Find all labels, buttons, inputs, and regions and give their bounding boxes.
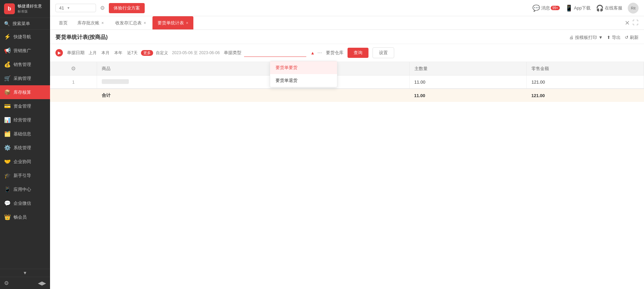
sidebar-item-label: 营销推广 bbox=[14, 48, 31, 54]
sidebar-item-label: 畅会员 bbox=[14, 214, 27, 220]
basic-info-icon: 🗂️ bbox=[4, 131, 11, 137]
sidebar-item-label: 应用中心 bbox=[14, 186, 31, 193]
sidebar-item-label: 系统管理 bbox=[14, 145, 31, 151]
date-custom-btn[interactable]: 自定义 bbox=[156, 50, 168, 56]
tab-close-icon[interactable]: × bbox=[101, 21, 104, 25]
marketing-icon: 📢 bbox=[4, 47, 11, 54]
sidebar-footer: ⚙ ◀▶ bbox=[0, 277, 50, 289]
type-filter-label: 单据类型 bbox=[224, 50, 241, 56]
sidebar-item-label: 销售管理 bbox=[14, 62, 31, 68]
product-name-placeholder bbox=[102, 79, 129, 84]
expand-icon[interactable]: ⛶ bbox=[633, 19, 639, 26]
sidebar-item-sales[interactable]: 💰 销售管理 bbox=[0, 58, 50, 71]
sidebar-item-label: 采购管理 bbox=[14, 75, 31, 82]
store-chevron-icon: ▼ bbox=[67, 6, 70, 10]
date-range-display: 2023-05-06 至 2023-06-06 bbox=[172, 50, 220, 56]
refresh-button[interactable]: ↺ 刷新 bbox=[625, 35, 639, 41]
promo-button[interactable]: 体验行业方案 bbox=[109, 3, 145, 13]
table-header-row: ⚙ 商品 主计量单位 主数量 零售金额 bbox=[50, 62, 644, 75]
sidebar-item-guide[interactable]: 🎓 新手引导 bbox=[0, 169, 50, 182]
type-more-icon[interactable]: ··· bbox=[317, 50, 322, 56]
store-selector[interactable]: 41 ▼ bbox=[55, 4, 96, 12]
settings-icon[interactable]: ⚙ bbox=[4, 280, 9, 286]
tab-inventory-batch[interactable]: 库存批次账 × bbox=[72, 16, 109, 29]
print-chevron-icon: ▼ bbox=[598, 35, 603, 40]
tab-close-icon[interactable]: × bbox=[186, 21, 188, 25]
sidebar-item-label: 快捷导航 bbox=[14, 34, 31, 40]
date-filter-group: 单据日期 上月 本月 本年 近7天 更多 自定义 bbox=[67, 49, 168, 57]
warehouse-filter-group: 要货仓库 bbox=[326, 50, 343, 56]
date-this-year-btn[interactable]: 本年 bbox=[113, 49, 124, 57]
sidebar-item-label: 新手引导 bbox=[14, 173, 31, 179]
content-area: 要货单统计表(按商品) 🖨 按模板打印 ▼ ⬆ 导出 ↺ 刷新 bbox=[50, 30, 644, 289]
app-download-label: App下载 bbox=[574, 5, 591, 11]
date-last-month-btn[interactable]: 上月 bbox=[87, 49, 98, 57]
date-last-7-days-btn[interactable]: 近7天 bbox=[126, 49, 139, 57]
sidebar-item-basic-info[interactable]: 🗂️ 基础信息 bbox=[0, 127, 50, 141]
refresh-icon: ↺ bbox=[625, 35, 628, 40]
topbar-left: 41 ▼ ⚙ 体验行业方案 bbox=[55, 3, 532, 13]
cell-product bbox=[97, 75, 292, 89]
dropdown-item-purchase[interactable]: 要货单要货 bbox=[270, 61, 337, 74]
topbar: 41 ▼ ⚙ 体验行业方案 💬 消息 99+ 📱 App下载 🎧 在线客服 Ri… bbox=[50, 0, 644, 16]
online-service-button[interactable]: 🎧 在线客服 bbox=[596, 4, 622, 12]
tab-order-summary[interactable]: 要货单统计表 × bbox=[152, 16, 193, 29]
export-button[interactable]: ⬆ 导出 bbox=[607, 35, 621, 41]
tab-recv-summary[interactable]: 收发存汇总表 × bbox=[110, 16, 151, 29]
page-header: 要货单统计表(按商品) 🖨 按模板打印 ▼ ⬆ 导出 ↺ 刷新 bbox=[50, 30, 644, 44]
filter-toggle-button[interactable]: ▶ bbox=[55, 49, 63, 57]
sidebar-item-label: 企业微信 bbox=[14, 200, 31, 206]
date-quick-buttons: 上月 本月 本年 近7天 更多 bbox=[87, 49, 153, 57]
sidebar-item-label: 基础信息 bbox=[14, 131, 31, 137]
query-button[interactable]: 查询 bbox=[348, 48, 368, 58]
collapse-icon[interactable]: ◀▶ bbox=[38, 280, 46, 286]
sidebar-item-label: 经营管理 bbox=[14, 117, 31, 123]
sidebar-item-label: 企业协同 bbox=[14, 159, 31, 165]
sidebar-item-app-center[interactable]: 📱 应用中心 bbox=[0, 182, 50, 196]
app-download-button[interactable]: 📱 App下载 bbox=[565, 4, 591, 12]
print-template-label: 按模板打印 bbox=[575, 35, 597, 41]
type-filter-input[interactable] bbox=[244, 49, 306, 57]
sidebar-item-marketing[interactable]: 📢 营销推广 bbox=[0, 44, 50, 58]
user-avatar[interactable]: Rit bbox=[628, 3, 639, 14]
print-template-button[interactable]: 🖨 按模板打印 ▼ bbox=[569, 35, 603, 41]
table-settings-icon[interactable]: ⚙ bbox=[71, 66, 76, 71]
footer-empty-1 bbox=[50, 89, 97, 102]
sidebar-search[interactable]: 🔍 搜索菜单 bbox=[0, 18, 50, 30]
close-all-tabs-icon[interactable]: ✕ bbox=[625, 19, 630, 27]
tab-home[interactable]: 首页 bbox=[55, 18, 71, 28]
search-icon: 🔍 bbox=[4, 21, 10, 26]
settings-button[interactable]: 设置 bbox=[373, 47, 394, 58]
sidebar-item-quick-nav[interactable]: ⚡ 快捷导航 bbox=[0, 30, 50, 44]
sidebar-logo: b 畅捷通好生意 标准版 bbox=[0, 0, 50, 18]
date-this-month-btn[interactable]: 本月 bbox=[100, 49, 111, 57]
type-chevron-up-icon[interactable]: ▲ bbox=[310, 50, 315, 55]
sidebar-search-label: 搜索菜单 bbox=[13, 21, 30, 27]
tabs-actions: ✕ ⛶ bbox=[625, 19, 639, 27]
col-header-amount: 零售金额 bbox=[527, 62, 644, 75]
dropdown-item-return[interactable]: 要货单退货 bbox=[270, 74, 337, 87]
sidebar-item-finance[interactable]: 💳 资金管理 bbox=[0, 99, 50, 113]
messages-button[interactable]: 💬 消息 99+ bbox=[532, 4, 560, 12]
tab-close-icon[interactable]: × bbox=[144, 21, 146, 25]
topbar-gear-icon[interactable]: ⚙ bbox=[100, 5, 105, 11]
user-name: Rit bbox=[631, 6, 635, 10]
sidebar-item-system[interactable]: ⚙️ 系统管理 bbox=[0, 141, 50, 155]
sidebar-item-member[interactable]: 👑 畅会员 bbox=[0, 210, 50, 224]
sidebar-item-cooperation[interactable]: 🤝 企业协同 bbox=[0, 155, 50, 169]
sidebar-logo-text-block: 畅捷通好生意 标准版 bbox=[18, 4, 42, 14]
guide-icon: 🎓 bbox=[4, 172, 11, 179]
sidebar-item-label: 资金管理 bbox=[14, 103, 31, 109]
filter-bar: ▶ 单据日期 上月 本月 本年 近7天 更多 自定义 2023-05-06 至 … bbox=[50, 44, 644, 62]
sidebar-item-purchase[interactable]: 🛒 采购管理 bbox=[0, 71, 50, 85]
warehouse-filter-label: 要货仓库 bbox=[326, 50, 343, 56]
refresh-label: 刷新 bbox=[630, 35, 639, 41]
message-icon: 💬 bbox=[532, 4, 540, 12]
col-header-settings[interactable]: ⚙ bbox=[50, 62, 97, 75]
sidebar-scroll-down[interactable]: ▼ bbox=[0, 269, 50, 277]
sidebar-item-inventory[interactable]: 📦 库存核算 bbox=[0, 85, 50, 99]
sidebar-item-wechat[interactable]: 💬 企业微信 bbox=[0, 196, 50, 210]
sidebar-item-operations[interactable]: 📊 经营管理 bbox=[0, 113, 50, 127]
date-more-btn[interactable]: 更多 bbox=[141, 50, 153, 56]
table-footer-row: 合计 11.00 121.00 bbox=[50, 89, 644, 102]
